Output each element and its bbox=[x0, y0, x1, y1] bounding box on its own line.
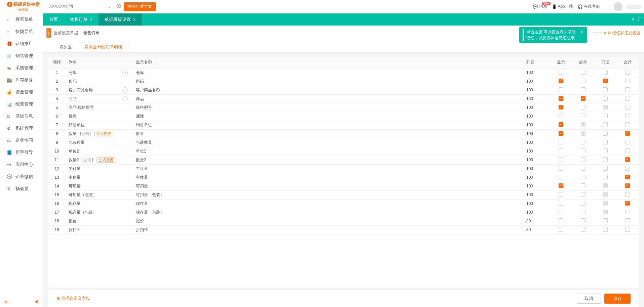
show-checkbox[interactable] bbox=[559, 131, 563, 136]
readonly-checkbox[interactable] bbox=[603, 148, 608, 153]
required-checkbox[interactable] bbox=[581, 105, 585, 109]
show-checkbox[interactable] bbox=[559, 105, 563, 109]
show-checkbox[interactable] bbox=[559, 70, 563, 75]
memory-summary-link[interactable]: ⚙ 记忆和汇总设置 bbox=[593, 30, 641, 36]
save-button[interactable]: 保存 bbox=[604, 294, 631, 304]
readonly-checkbox[interactable] bbox=[603, 79, 608, 83]
cell-display[interactable]: 规格型号 bbox=[132, 103, 523, 112]
show-checkbox[interactable] bbox=[559, 218, 563, 223]
sum-checkbox[interactable] bbox=[625, 218, 630, 223]
tab-首页[interactable]: 首页 bbox=[43, 13, 64, 26]
required-checkbox[interactable] bbox=[581, 218, 585, 223]
sidebar-item-apps[interactable]: 🗃应用中心 bbox=[0, 159, 43, 171]
required-checkbox[interactable] bbox=[581, 192, 585, 197]
avatar[interactable] bbox=[614, 2, 622, 11]
collapse-sidebar-icon[interactable]: ⮜ bbox=[35, 300, 39, 304]
required-checkbox[interactable] bbox=[581, 140, 585, 144]
show-checkbox[interactable] bbox=[559, 140, 563, 144]
cell-display[interactable]: 包装数量 bbox=[132, 138, 523, 147]
sidebar-item-info[interactable]: 🗎基础信息 bbox=[0, 110, 43, 122]
sum-checkbox[interactable] bbox=[625, 70, 630, 75]
sum-checkbox[interactable] bbox=[625, 227, 630, 232]
sum-checkbox[interactable] bbox=[625, 122, 630, 127]
show-checkbox[interactable] bbox=[559, 166, 563, 171]
sidebar-item-search[interactable]: ⌕搜索菜单 bbox=[0, 13, 43, 26]
sum-checkbox[interactable] bbox=[625, 166, 630, 171]
required-checkbox[interactable] bbox=[581, 201, 585, 206]
cell-display[interactable]: 现存量（包装） bbox=[132, 208, 523, 217]
sidebar-item-collab[interactable]: 🗂企业协同 bbox=[0, 134, 43, 146]
close-tab-icon[interactable]: ✕ bbox=[133, 17, 136, 22]
show-checkbox[interactable] bbox=[559, 192, 563, 197]
company-select[interactable]: XXXXXX公司 ⌄ bbox=[46, 2, 114, 11]
sidebar-item-bag[interactable]: 🛍采购管理 bbox=[0, 62, 43, 74]
readonly-checkbox[interactable] bbox=[603, 175, 608, 179]
cell-display[interactable]: 可用量（包装） bbox=[132, 190, 523, 199]
collapse-handle[interactable]: ❯ bbox=[46, 28, 51, 38]
sum-checkbox[interactable] bbox=[625, 192, 630, 197]
sum-checkbox[interactable] bbox=[625, 140, 630, 144]
required-checkbox[interactable] bbox=[581, 183, 585, 188]
show-checkbox[interactable] bbox=[559, 114, 563, 118]
cell-display[interactable]: 商品 bbox=[132, 94, 523, 103]
cell-display[interactable]: 属性 bbox=[132, 112, 523, 121]
add-icon[interactable]: + bbox=[122, 87, 128, 93]
cancel-button[interactable]: 取消 bbox=[577, 294, 601, 304]
fullscreen-icon[interactable]: ⛶ bbox=[638, 17, 642, 22]
settings-gear-icon[interactable]: ⚙ bbox=[4, 300, 8, 304]
industry-solution-button[interactable]: 体验行业方案 bbox=[124, 2, 156, 11]
close-all-tabs-icon[interactable]: ✕ bbox=[631, 17, 635, 22]
required-checkbox[interactable] bbox=[581, 210, 585, 214]
sidebar-item-cart[interactable]: 🛒销售管理 bbox=[0, 50, 43, 62]
show-checkbox[interactable] bbox=[559, 87, 563, 92]
required-checkbox[interactable] bbox=[581, 70, 585, 75]
cell-display[interactable]: 可用量 bbox=[132, 182, 523, 190]
cell-width[interactable]: 100 bbox=[523, 147, 550, 156]
sum-checkbox[interactable] bbox=[625, 131, 630, 136]
cell-width[interactable]: 100 bbox=[523, 121, 550, 129]
add-icon[interactable]: + bbox=[122, 70, 128, 75]
readonly-checkbox[interactable] bbox=[603, 70, 608, 75]
cell-display[interactable]: 现存量 bbox=[132, 199, 523, 208]
cell-display[interactable]: 主数量 bbox=[132, 173, 523, 182]
cell-width[interactable]: 80 bbox=[523, 225, 550, 234]
required-checkbox[interactable] bbox=[581, 148, 585, 153]
formula-settings-link[interactable]: 公式设置 bbox=[97, 157, 115, 163]
sidebar-item-gear[interactable]: ⚙系统管理 bbox=[0, 122, 43, 134]
cell-display[interactable]: 客户商品名称 bbox=[132, 86, 523, 94]
sum-checkbox[interactable] bbox=[625, 210, 630, 214]
section-tab[interactable]: 表头区 bbox=[53, 42, 78, 52]
formula-settings-link[interactable]: 公式设置 bbox=[94, 131, 113, 136]
cell-width[interactable]: 100 bbox=[523, 164, 550, 173]
show-checkbox[interactable] bbox=[559, 122, 563, 127]
sum-checkbox[interactable] bbox=[625, 105, 630, 109]
readonly-checkbox[interactable] bbox=[603, 227, 608, 232]
cell-width[interactable]: 100 bbox=[523, 182, 550, 190]
readonly-checkbox[interactable] bbox=[603, 96, 608, 101]
cell-width[interactable]: 100 bbox=[523, 138, 550, 147]
cell-width[interactable]: 80 bbox=[523, 217, 550, 225]
readonly-checkbox[interactable] bbox=[603, 140, 608, 144]
show-checkbox[interactable] bbox=[559, 79, 563, 83]
readonly-checkbox[interactable] bbox=[603, 87, 608, 92]
cell-display[interactable]: 报价 bbox=[132, 217, 523, 225]
sidebar-item-member[interactable]: ♛畅会员 bbox=[0, 183, 43, 195]
cell-width[interactable]: 100 bbox=[523, 208, 550, 217]
sidebar-item-chart[interactable]: 📊经营管理 bbox=[0, 98, 43, 110]
tab-单据模板设置[interactable]: 单据模板设置✕ bbox=[99, 13, 142, 26]
section-tab[interactable]: 表体区-销售订单明细 bbox=[78, 42, 128, 52]
required-checkbox[interactable] bbox=[581, 87, 585, 92]
show-checkbox[interactable] bbox=[559, 201, 563, 206]
cell-width[interactable]: 100 bbox=[523, 112, 550, 121]
sum-checkbox[interactable] bbox=[625, 175, 630, 179]
sum-checkbox[interactable] bbox=[625, 201, 630, 206]
cell-display[interactable]: 数量 bbox=[132, 129, 523, 138]
cell-width[interactable]: 160 bbox=[523, 94, 550, 103]
readonly-checkbox[interactable] bbox=[603, 114, 608, 118]
messages-link[interactable]: 💬 消息 99+ bbox=[533, 4, 547, 9]
sum-checkbox[interactable] bbox=[625, 114, 630, 118]
cell-display[interactable]: 数量2 bbox=[132, 156, 523, 164]
cell-width[interactable]: 100 bbox=[523, 103, 550, 112]
tab-销售订单[interactable]: 销售订单✕ bbox=[64, 13, 99, 26]
readonly-checkbox[interactable] bbox=[603, 218, 608, 223]
